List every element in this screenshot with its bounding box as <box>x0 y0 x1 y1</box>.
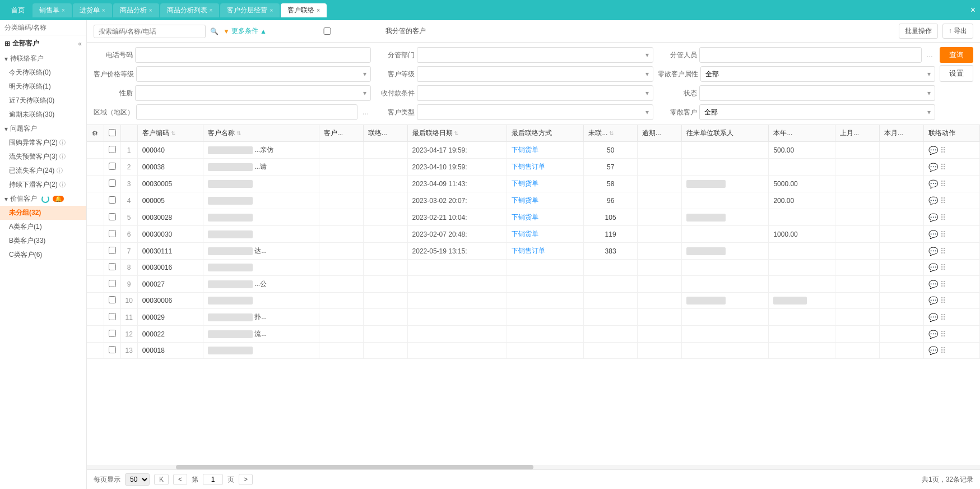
close-product-list-tab[interactable]: × <box>210 7 213 13</box>
row-checkbox[interactable] <box>109 196 116 204</box>
menu-icon[interactable]: ⠿ <box>940 230 946 239</box>
th-name[interactable]: 客户名称 <box>203 125 319 142</box>
export-btn[interactable]: ↑ 导出 <box>942 24 973 39</box>
menu-icon[interactable]: ⠿ <box>940 179 946 188</box>
retail-customer-select[interactable]: 全部 <box>699 104 935 120</box>
menu-icon[interactable]: ⠿ <box>940 296 946 305</box>
td-checkbox[interactable] <box>104 276 120 293</box>
sidebar-item-churned[interactable]: 已流失客户(24) ⓘ <box>0 164 86 178</box>
price-level-select[interactable] <box>136 66 371 82</box>
last-contact-way-link[interactable]: 下销货单 <box>512 179 538 187</box>
td-last-way[interactable] <box>507 309 584 326</box>
td-actions[interactable]: 💬⠿ <box>923 226 979 243</box>
close-sales-tab[interactable]: × <box>62 7 65 13</box>
sidebar-group-pending[interactable]: ▾ 待联络客户 <box>0 52 86 66</box>
th-settings[interactable]: ⚙ <box>87 125 104 142</box>
retail-attr-select[interactable]: 全部 <box>700 66 935 82</box>
last-contact-way-link[interactable]: 下销货单 <box>512 213 538 221</box>
td-checkbox[interactable] <box>104 176 120 192</box>
td-checkbox[interactable] <box>104 142 120 159</box>
row-checkbox[interactable] <box>109 179 116 187</box>
customer-type-select[interactable] <box>417 104 653 120</box>
region-more-icon[interactable]: … <box>360 108 371 116</box>
row-checkbox[interactable] <box>109 263 116 270</box>
menu-icon[interactable]: ⠿ <box>940 330 946 339</box>
td-checkbox[interactable] <box>104 309 120 326</box>
menu-icon[interactable]: ⠿ <box>940 213 946 222</box>
menu-icon[interactable]: ⠿ <box>940 346 946 355</box>
td-actions[interactable]: 💬⠿ <box>923 326 979 343</box>
search-input[interactable] <box>94 25 206 38</box>
td-actions[interactable]: 💬⠿ <box>923 176 979 192</box>
td-actions[interactable]: 💬⠿ <box>923 309 979 326</box>
row-checkbox[interactable] <box>109 146 116 153</box>
contact-icon[interactable]: 💬 <box>928 213 938 222</box>
td-last-way[interactable]: 下销货单 <box>507 226 584 243</box>
scrollbar-thumb[interactable] <box>176 465 533 469</box>
td-actions[interactable]: 💬⠿ <box>923 293 979 309</box>
nav-tab-product-analysis[interactable]: 商品分析 × <box>113 3 159 17</box>
td-checkbox[interactable] <box>104 192 120 209</box>
td-actions[interactable]: 💬⠿ <box>923 243 979 260</box>
td-actions[interactable]: 💬⠿ <box>923 209 979 226</box>
sidebar-all-customers[interactable]: ⊞ 全部客户 « <box>0 35 86 52</box>
td-actions[interactable]: 💬⠿ <box>923 159 979 176</box>
nav-tab-home[interactable]: 首页 <box>4 3 31 17</box>
last-contact-way-link[interactable]: 下销货单 <box>512 230 538 238</box>
contact-icon[interactable]: 💬 <box>928 330 938 339</box>
person-input[interactable] <box>699 47 922 63</box>
sidebar-item-class-c[interactable]: C类客户(6) <box>0 248 86 262</box>
close-purchase-tab[interactable]: × <box>102 7 105 13</box>
person-more-icon[interactable]: … <box>924 51 935 59</box>
td-checkbox[interactable] <box>104 243 120 260</box>
td-last-way[interactable]: 下销货单 <box>507 142 584 159</box>
row-checkbox[interactable] <box>109 280 116 287</box>
td-last-way[interactable] <box>507 276 584 293</box>
sidebar-item-overdue-pending[interactable]: 逾期未联络(30) <box>0 108 86 122</box>
td-last-way[interactable]: 下销售订单 <box>507 159 584 176</box>
last-contact-way-link[interactable]: 下销货单 <box>512 146 538 154</box>
nav-tab-purchase[interactable]: 进货单 × <box>73 3 112 17</box>
table-container[interactable]: ⚙ 客户编码 客户名称 客户... 联络... 最后联络日期 最后联络方式 未联… <box>87 125 980 465</box>
td-last-way[interactable]: 下销货单 <box>507 192 584 209</box>
menu-icon[interactable]: ⠿ <box>940 196 946 205</box>
th-code[interactable]: 客户编码 <box>137 125 203 142</box>
sidebar-item-declining[interactable]: 持续下滑客户(2) ⓘ <box>0 178 86 192</box>
nav-tab-sales[interactable]: 销售单 × <box>32 3 72 17</box>
contact-icon[interactable]: 💬 <box>928 313 938 322</box>
td-checkbox[interactable] <box>104 226 120 243</box>
contact-icon[interactable]: 💬 <box>928 296 938 305</box>
prev-page-btn[interactable]: < <box>173 474 187 485</box>
close-product-analysis-tab[interactable]: × <box>149 7 152 13</box>
next-page-btn[interactable]: > <box>239 474 253 485</box>
row-checkbox[interactable] <box>109 213 116 220</box>
contact-icon[interactable]: 💬 <box>928 196 938 205</box>
contact-icon[interactable]: 💬 <box>928 346 938 355</box>
status-select[interactable] <box>699 85 935 101</box>
td-last-way[interactable] <box>507 326 584 343</box>
close-customer-contact-tab[interactable]: × <box>317 7 320 13</box>
th-no-contact[interactable]: 未联... <box>584 125 637 142</box>
sidebar-search-input[interactable] <box>4 24 87 31</box>
td-checkbox[interactable] <box>104 293 120 309</box>
td-last-way[interactable]: 下销货单 <box>507 209 584 226</box>
select-all-checkbox[interactable] <box>109 129 116 136</box>
td-checkbox[interactable] <box>104 159 120 176</box>
sidebar-item-hoard-abnormal[interactable]: 囤购异常客户(2) ⓘ <box>0 136 86 150</box>
dept-select[interactable] <box>417 47 653 63</box>
query-btn[interactable]: 查询 <box>940 47 973 63</box>
th-last-date[interactable]: 最后联络日期 <box>407 125 507 142</box>
menu-icon[interactable]: ⠿ <box>940 146 946 155</box>
customer-level-select[interactable] <box>417 66 653 82</box>
sidebar-collapse-btn[interactable]: « <box>78 40 82 48</box>
contact-icon[interactable]: 💬 <box>928 179 938 188</box>
sidebar-item-tomorrow-pending[interactable]: 明天待联络(1) <box>0 80 86 94</box>
nav-tab-customer-layer[interactable]: 客户分层经营 × <box>220 3 280 17</box>
menu-icon[interactable]: ⠿ <box>940 247 946 256</box>
reset-btn[interactable]: 设置 <box>940 65 973 82</box>
menu-icon[interactable]: ⠿ <box>940 280 946 289</box>
page-number-input[interactable] <box>203 474 223 485</box>
close-customer-layer-tab[interactable]: × <box>270 7 273 13</box>
contact-icon[interactable]: 💬 <box>928 280 938 289</box>
sidebar-item-churn-warning[interactable]: 流失预警客户(3) ⓘ <box>0 150 86 164</box>
